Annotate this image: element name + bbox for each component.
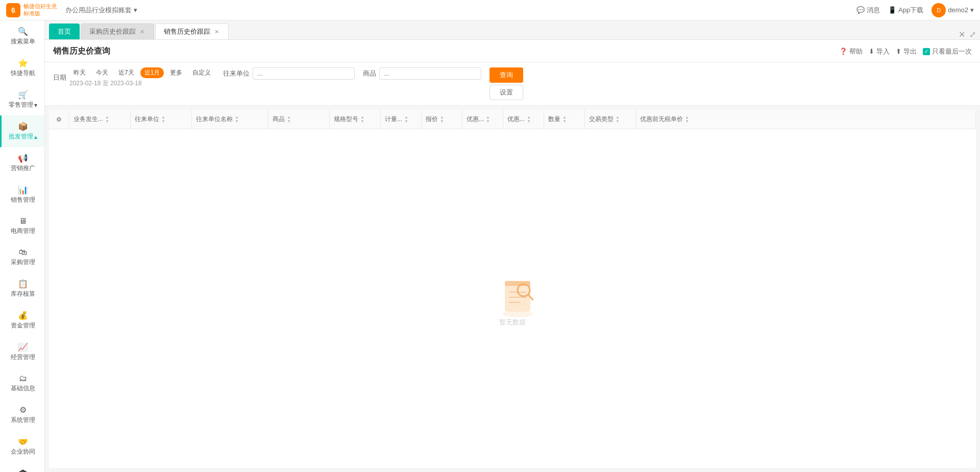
goods-label: 商品 (363, 69, 376, 78)
th-spec[interactable]: 规格型号 ▲▼ (330, 110, 381, 129)
logo-area: 6 畅捷信好生意 标准版 (6, 3, 57, 17)
message-icon: 💬 (856, 6, 865, 14)
logo-icon: 6 (6, 3, 20, 17)
sidebar-item-newbie[interactable]: 🎓 新手引导 (0, 462, 44, 472)
header-actions: ❓ 帮助 ⬇ 导入 ⬆ 导出 ✓ 只看最后一次 (839, 47, 972, 56)
goods-input-wrapper (379, 67, 481, 80)
user-menu-button[interactable]: D demo2 ▾ (932, 3, 974, 17)
th-unit-name[interactable]: 往来单位名称 ▲▼ (192, 110, 268, 129)
sort-icons-pretax: ▲▼ (685, 115, 689, 124)
sales-history-tab-close[interactable]: ✕ (213, 28, 220, 36)
logo-text: 畅捷信好生意 标准版 (23, 3, 57, 16)
sidebar-item-operations[interactable]: 📈 经营管理 (0, 336, 44, 368)
date-option-custom[interactable]: 自定义 (188, 67, 215, 78)
sidebar-item-system[interactable]: ⚙ 系统管理 (0, 399, 44, 431)
th-discount2[interactable]: 优惠... ▲▼ (503, 110, 544, 129)
goods-input[interactable] (379, 67, 481, 80)
sidebar-item-quick-nav[interactable]: ⭐ 快捷导航 (0, 52, 44, 84)
th-qty[interactable]: 数量 ▲▼ (544, 110, 585, 129)
th-pretax[interactable]: 优惠前无税单价 ▲▼ (636, 110, 976, 129)
expand-icon[interactable]: ⤢ (969, 30, 976, 39)
retail-icon: 🛒 (4, 90, 42, 100)
finance-icon: 💰 (4, 311, 42, 320)
sidebar-item-enterprise[interactable]: 🤝 企业协同 (0, 431, 44, 462)
date-options-col: 昨天 今天 近7天 近1月 更多 自定义 2023-02-18 至 2023-0… (69, 67, 215, 88)
settings-button[interactable]: 设置 (489, 85, 523, 100)
import-button[interactable]: ⬇ 导入 (869, 47, 890, 56)
sidebar-item-marketing[interactable]: 📢 营销推广 (0, 147, 44, 179)
sidebar-item-finance[interactable]: 💰 资金管理 (0, 304, 44, 336)
th-unit-code[interactable]: 往来单位 ▲▼ (131, 110, 192, 129)
ecommerce-icon: 🖥 (4, 217, 42, 226)
sidebar-item-purchase-mgmt[interactable]: 🛍 采购管理 (0, 242, 44, 273)
gear-icon: ⚙ (56, 116, 62, 123)
th-gear[interactable]: ⚙ (49, 111, 69, 128)
th-trade-type[interactable]: 交易类型 ▲▼ (585, 110, 636, 129)
only-last-checkbox[interactable]: ✓ 只看最后一次 (923, 47, 972, 56)
sort-icons-spec: ▲▼ (360, 115, 364, 124)
date-option-today[interactable]: 今天 (92, 67, 112, 78)
sidebar-item-basic-info[interactable]: 🗂 基础信息 (0, 368, 44, 399)
unit-input-wrapper (253, 67, 355, 80)
date-option-last1m[interactable]: 近1月 (140, 67, 164, 78)
home-tab-label: 首页 (58, 27, 71, 36)
sort-icons-quote: ▲▼ (440, 115, 444, 124)
basic-info-icon: 🗂 (4, 374, 42, 383)
marketing-icon: 📢 (4, 153, 42, 163)
page-title-row: 销售历史价查询 ❓ 帮助 ⬇ 导入 ⬆ 导出 ✓ (53, 46, 972, 57)
date-filter-group: 日期 昨天 今天 近7天 近1月 更多 自定义 2023-02-18 至 202… (53, 67, 215, 88)
industry-selector[interactable]: 办公用品行业模拟账套 ▾ (61, 4, 141, 17)
goods-filter-group: 商品 (363, 67, 481, 80)
empty-state: 暂无数据 (49, 129, 976, 468)
sales-history-tab-label: 销售历史价跟踪 (164, 27, 210, 36)
query-button[interactable]: 查询 (489, 67, 523, 83)
chevron-down-icon: ▾ (134, 6, 137, 14)
help-button[interactable]: ❓ 帮助 (839, 47, 863, 56)
purchase-icon: 🛍 (4, 248, 42, 257)
th-unit[interactable]: 计量... ▲▼ (381, 110, 422, 129)
messages-button[interactable]: 💬 消息 (856, 6, 880, 15)
page-header: 销售历史价查询 ❓ 帮助 ⬇ 导入 ⬆ 导出 ✓ (45, 40, 980, 62)
th-date[interactable]: 业务发生... ▲▼ (69, 110, 131, 129)
app-download-button[interactable]: 📱 App下载 (888, 6, 923, 15)
svg-point-0 (502, 311, 533, 317)
purchase-history-tab-close[interactable]: ✕ (139, 28, 145, 36)
top-bar-right: 💬 消息 📱 App下载 D demo2 ▾ (856, 3, 974, 17)
date-option-yesterday[interactable]: 昨天 (69, 67, 90, 78)
user-chevron-icon: ▾ (970, 6, 974, 14)
tab-sales-history[interactable]: 销售历史价跟踪 ✕ (155, 23, 229, 39)
enterprise-icon: 🤝 (4, 437, 42, 446)
sidebar-item-retail-mgmt[interactable]: 🛒 零售管理 ▾ (0, 84, 44, 115)
date-option-last7[interactable]: 近7天 (114, 67, 138, 78)
import-icon: ⬇ (869, 48, 874, 55)
th-discount1[interactable]: 优惠... ▲▼ (462, 110, 503, 129)
tab-home[interactable]: 首页 (49, 23, 80, 39)
filter-row: 日期 昨天 今天 近7天 近1月 更多 自定义 2023-02-18 至 202… (45, 62, 980, 106)
sort-icons-unit: ▲▼ (404, 115, 408, 124)
date-option-more[interactable]: 更多 (166, 67, 186, 78)
th-quote[interactable]: 报价 ▲▼ (422, 110, 462, 129)
export-icon: ⬆ (896, 48, 901, 55)
sidebar-item-ecommerce[interactable]: 🖥 电商管理 (0, 210, 44, 242)
purchase-history-tab-label: 采购历史价跟踪 (89, 27, 136, 36)
industry-label: 办公用品行业模拟账套 (65, 6, 132, 15)
sort-icons-date: ▲▼ (105, 115, 109, 124)
close-tab-icon[interactable]: ✕ (959, 30, 965, 39)
search-icon: 🔍 (4, 27, 42, 36)
sidebar-item-wholesale-mgmt[interactable]: 📦 批发管理 ▴ (0, 115, 44, 147)
newbie-icon: 🎓 (4, 468, 42, 472)
unit-input[interactable] (253, 67, 355, 80)
sidebar: 🔍 搜索菜单 ⭐ 快捷导航 🛒 零售管理 ▾ 📦 批发管理 ▴ 📢 营销推广 (0, 20, 45, 472)
export-button[interactable]: ⬆ 导出 (896, 47, 917, 56)
page-title: 销售历史价查询 (53, 46, 110, 57)
checkbox-icon: ✓ (923, 48, 930, 55)
unit-filter-group: 往来单位 (223, 67, 355, 80)
sidebar-item-inventory[interactable]: 📋 库存核算 (0, 273, 44, 304)
star-icon: ⭐ (4, 58, 42, 68)
th-goods[interactable]: 商品 ▲▼ (268, 110, 330, 129)
system-icon: ⚙ (4, 405, 42, 415)
sidebar-item-sales-mgmt[interactable]: 📊 销售管理 (0, 179, 44, 210)
sort-icons-discount1: ▲▼ (486, 115, 490, 124)
sidebar-item-search-menu[interactable]: 🔍 搜索菜单 (0, 20, 44, 52)
tab-purchase-history[interactable]: 采购历史价跟踪 ✕ (81, 23, 154, 39)
